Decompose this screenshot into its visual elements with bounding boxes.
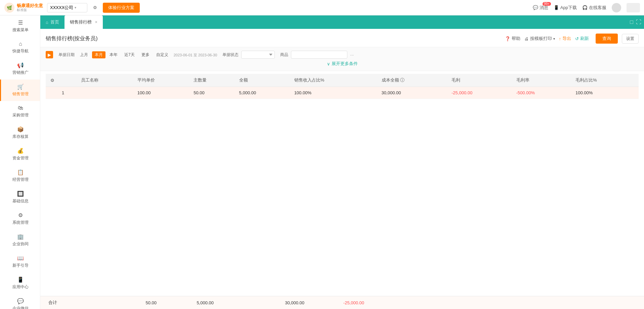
print-button[interactable]: 🖨 按模板打印 ▾ (524, 36, 555, 42)
sidebar-item-sales[interactable]: 🛒 销售管理 (0, 80, 40, 101)
inventory-icon: 📦 (17, 126, 24, 133)
online-service-button[interactable]: 🎧 在线客服 (582, 5, 606, 11)
sidebar-label-inventory: 库存核算 (12, 134, 29, 140)
col-avg-price: 平均单价 (135, 74, 191, 87)
sidebar-item-marketing[interactable]: 📢 营销推广 (0, 58, 40, 80)
sidebar-label-enterprise: 企业协同 (12, 241, 29, 247)
data-table: ⚙ 员工名称 平均单价 主数量 全额 销售收入占比% 成本全额 ⓘ 毛利 (46, 74, 639, 99)
settings-icon-btn[interactable]: ⚙ (90, 3, 100, 13)
sidebar-label-operations: 经营管理 (12, 177, 29, 183)
col-rank (59, 74, 78, 87)
col-settings[interactable]: ⚙ (46, 74, 59, 87)
app-download-label: App下载 (560, 5, 577, 11)
sidebar-item-app-center[interactable]: 📱 应用中心 (0, 272, 40, 294)
export-label: 导出 (562, 36, 571, 42)
sidebar-item-basics[interactable]: 🔲 基础信息 (0, 187, 40, 208)
expand-more-label: 展开更多条件 (332, 61, 358, 67)
export-button[interactable]: ↑ 导出 (559, 36, 571, 42)
avatar[interactable] (612, 3, 621, 12)
filter-bar: ▶ 单据日期 上月 本月 本年 近7天 更多 自定义 2 (40, 47, 644, 71)
company-name: XXXXX公司 (50, 5, 73, 11)
date-tab-last7[interactable]: 近7天 (122, 51, 137, 58)
message-badge: 99+ (543, 2, 551, 6)
cell-profit-pct: 100.00% (573, 87, 639, 99)
date-tab-this-month[interactable]: 本月 (92, 51, 105, 58)
refresh-icon: ↺ (575, 36, 579, 41)
trial-button[interactable]: 体验行业方案 (103, 3, 140, 13)
expand-more-btn[interactable]: ∨ 展开更多条件 (327, 61, 358, 67)
date-tab-custom[interactable]: 自定义 (154, 51, 171, 58)
goods-filter-more-icon[interactable]: ··· (350, 52, 354, 57)
company-chevron-icon: ▾ (75, 6, 76, 9)
date-tab-this-year[interactable]: 本年 (107, 51, 120, 58)
svg-text:🌿: 🌿 (7, 5, 12, 11)
sidebar-item-wechat[interactable]: 💬 企业微信 (0, 294, 40, 309)
sidebar-label-marketing: 营销推广 (12, 70, 29, 75)
user-name-area[interactable] (627, 3, 640, 12)
filter-toggle-btn[interactable]: ▶ (46, 51, 53, 58)
tab-home[interactable]: ⌂ 首页 (40, 15, 65, 29)
operations-icon: 📋 (17, 169, 24, 175)
sidebar-label-guide: 新手引导 (12, 263, 29, 268)
sidebar-label-search: 搜索菜单 (12, 27, 29, 33)
filter-toggle-icon: ▶ (48, 52, 51, 57)
cell-sales-pct: 100.00% (292, 87, 379, 99)
col-amount: 全额 (237, 74, 292, 87)
top-bar: 🌿 畅康通好生意 标准版 XXXXX公司 ▾ ⚙ 体验行业方案 💬 消息 99+… (0, 0, 644, 15)
sidebar-item-search-order[interactable]: ☰ 搜索菜单 (0, 15, 40, 37)
headset-icon: 🎧 (582, 5, 588, 10)
marketing-icon: 📢 (17, 62, 24, 68)
table-container: ⚙ 员工名称 平均单价 主数量 全额 销售收入占比% 成本全额 ⓘ 毛利 (40, 71, 644, 296)
sidebar-item-system[interactable]: ⚙ 系统管理 (0, 208, 40, 229)
sidebar-item-guide[interactable]: 📖 新手引导 (0, 251, 40, 272)
message-button[interactable]: 💬 消息 99+ (533, 5, 548, 11)
col-margin: 毛利率 (514, 74, 573, 87)
online-service-label: 在线客服 (589, 5, 606, 11)
cell-avg-price: 100.00 (135, 87, 191, 99)
table-header-row: ⚙ 员工名称 平均单价 主数量 全额 销售收入占比% 成本全额 ⓘ 毛利 (46, 74, 639, 87)
filter-row-main: ▶ 单据日期 上月 本月 本年 近7天 更多 自定义 2 (46, 51, 639, 59)
status-filter-label: 单据状态 (222, 52, 239, 58)
sidebar-item-operations[interactable]: 📋 经营管理 (0, 165, 40, 187)
sidebar-item-finance[interactable]: 💰 资金管理 (0, 144, 40, 165)
tab-sales-ranking[interactable]: 销售排行榜 × (65, 15, 103, 29)
date-tabs: 上月 本月 本年 近7天 更多 自定义 (77, 51, 171, 58)
sidebar-item-quick-nav[interactable]: ⌂ 快捷导航 (0, 37, 40, 58)
goods-filter-input[interactable] (291, 51, 347, 59)
footer-cost: 30,000.00 (250, 300, 307, 305)
app-subtitle: 标准版 (17, 8, 43, 12)
date-tab-more[interactable]: 更多 (139, 51, 152, 58)
sidebar-label-system: 系统管理 (12, 220, 29, 225)
settings-gear-icon: ⚙ (93, 5, 97, 10)
sidebar-label-sales: 销售管理 (12, 91, 29, 97)
footer-qty: 50.00 (116, 300, 159, 305)
tab-minimize-icon[interactable]: □ (630, 19, 633, 25)
home-icon: ⌂ (46, 20, 48, 25)
refresh-button[interactable]: ↺ 刷新 (575, 36, 589, 42)
col-profit: 毛利 (449, 74, 514, 87)
logo-icon: 🌿 (4, 2, 15, 13)
date-tab-prev-month[interactable]: 上月 (77, 51, 91, 58)
company-selector[interactable]: XXXXX公司 ▾ (47, 3, 87, 12)
app-title: 畅康通好生意 (17, 3, 43, 8)
sidebar-item-inventory[interactable]: 📦 库存核算 (0, 122, 40, 144)
tab-expand-icon[interactable]: ⛶ (636, 19, 641, 25)
sidebar-label-quicknav: 快捷导航 (12, 48, 29, 54)
help-button[interactable]: ❓ 帮助 (505, 36, 520, 42)
sales-icon: 🛒 (17, 84, 24, 90)
filter-goods-group: 商品 ··· (280, 51, 354, 59)
col-profit-pct: 毛利占比% (573, 74, 639, 87)
cell-amount: 5,000.00 (237, 87, 292, 99)
tab-close-icon[interactable]: × (95, 20, 97, 24)
query-button[interactable]: 查询 (596, 34, 618, 44)
page-title: 销售排行榜(按业务员) (46, 35, 98, 42)
settings-text-button[interactable]: 设置 (622, 34, 639, 44)
cell-settings (46, 87, 59, 99)
col-qty: 主数量 (191, 74, 236, 87)
status-filter-select[interactable] (241, 51, 275, 59)
sidebar-item-enterprise[interactable]: 🏢 企业协同 (0, 229, 40, 251)
filter-status-group: 单据状态 (222, 51, 275, 59)
app-download-button[interactable]: 📱 App下载 (554, 5, 577, 11)
sidebar-item-purchase[interactable]: 🛍 采购管理 (0, 101, 40, 122)
date-filter-label: 单据日期 (58, 52, 75, 58)
